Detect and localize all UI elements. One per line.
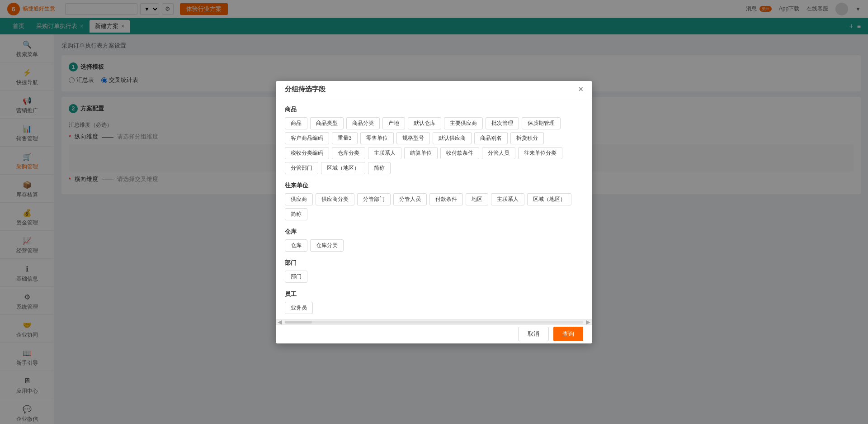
field-tag-1-3[interactable]: 分管人员	[393, 193, 427, 205]
field-tag-0-17[interactable]: 主联系人	[368, 147, 401, 159]
field-tags-3: 部门	[285, 271, 583, 283]
field-tag-0-15[interactable]: 税收分类编码	[285, 147, 329, 159]
modal-body: 商品商品商品类型商品分类产地默认仓库主要供应商批次管理保质期管理客户商品编码重量…	[276, 98, 592, 319]
field-group-0: 商品商品商品类型商品分类产地默认仓库主要供应商批次管理保质期管理客户商品编码重量…	[285, 105, 583, 174]
field-tag-0-8[interactable]: 客户商品编码	[285, 132, 329, 144]
field-group-title-4: 员工	[285, 290, 583, 298]
field-tag-1-0[interactable]: 供应商	[285, 193, 313, 205]
field-tag-0-3[interactable]: 产地	[382, 117, 405, 129]
field-tag-0-0[interactable]: 商品	[285, 117, 307, 129]
field-tag-0-4[interactable]: 默认仓库	[408, 117, 441, 129]
field-tag-1-4[interactable]: 付款条件	[429, 193, 463, 205]
field-tag-0-21[interactable]: 往来单位分类	[518, 147, 562, 159]
field-tag-0-24[interactable]: 简称	[368, 162, 391, 174]
field-tag-0-6[interactable]: 批次管理	[486, 117, 519, 129]
field-tag-1-7[interactable]: 区域（地区）	[527, 193, 571, 205]
modal-confirm-btn[interactable]: 查询	[553, 327, 583, 341]
field-group-title-2: 仓库	[285, 228, 583, 236]
field-tag-0-22[interactable]: 分管部门	[285, 162, 318, 174]
field-group-title-3: 部门	[285, 259, 583, 267]
field-tag-2-1[interactable]: 仓库分类	[310, 239, 344, 252]
field-tag-0-20[interactable]: 分管人员	[482, 147, 515, 159]
field-tag-3-0[interactable]: 部门	[285, 271, 307, 283]
field-tag-0-7[interactable]: 保质期管理	[522, 117, 561, 129]
field-tag-0-2[interactable]: 商品分类	[346, 117, 380, 129]
field-tag-2-0[interactable]: 仓库	[285, 239, 307, 252]
field-tag-4-0[interactable]: 业务员	[285, 302, 313, 314]
field-tag-0-9[interactable]: 重量3	[332, 132, 358, 144]
field-tag-0-16[interactable]: 仓库分类	[332, 147, 365, 159]
modal-header: 分组待选字段 ×	[276, 81, 592, 98]
modal-overlay: 分组待选字段 × 商品商品商品类型商品分类产地默认仓库主要供应商批次管理保质期管…	[0, 0, 868, 424]
field-tags-1: 供应商供应商分类分管部门分管人员付款条件地区主联系人区域（地区）简称	[285, 193, 583, 220]
field-tags-2: 仓库仓库分类	[285, 239, 583, 252]
field-tag-1-1[interactable]: 供应商分类	[316, 193, 354, 205]
modal-footer: 取消 查询	[276, 324, 592, 343]
field-tag-0-18[interactable]: 结算单位	[404, 147, 438, 159]
field-group-title-1: 往来单位	[285, 181, 583, 190]
field-tag-0-13[interactable]: 商品别名	[474, 132, 508, 144]
modal-close-btn[interactable]: ×	[578, 85, 583, 94]
field-tag-1-6[interactable]: 主联系人	[491, 193, 524, 205]
field-tags-4: 业务员	[285, 302, 583, 314]
scroll-x-bar	[285, 321, 312, 324]
field-tag-0-5[interactable]: 主要供应商	[444, 117, 483, 129]
field-tag-0-14[interactable]: 拆货积分	[510, 132, 544, 144]
field-group-1: 往来单位供应商供应商分类分管部门分管人员付款条件地区主联系人区域（地区）简称	[285, 181, 583, 220]
field-tag-1-2[interactable]: 分管部门	[357, 193, 391, 205]
modal-title: 分组待选字段	[285, 85, 326, 94]
field-group-3: 部门部门	[285, 259, 583, 283]
field-tag-0-10[interactable]: 零售单位	[360, 132, 394, 144]
field-tag-0-11[interactable]: 规格型号	[396, 132, 430, 144]
field-tag-0-12[interactable]: 默认供应商	[433, 132, 472, 144]
field-group-4: 员工业务员	[285, 290, 583, 314]
field-tags-0: 商品商品类型商品分类产地默认仓库主要供应商批次管理保质期管理客户商品编码重量3零…	[285, 117, 583, 174]
field-group-2: 仓库仓库仓库分类	[285, 228, 583, 252]
field-tag-1-8[interactable]: 简称	[285, 208, 307, 220]
field-group-title-0: 商品	[285, 105, 583, 114]
field-tag-0-23[interactable]: 区域（地区）	[321, 162, 365, 174]
modal-scroll-x: ◀ ▶	[276, 319, 592, 324]
modal-cancel-btn[interactable]: 取消	[518, 327, 549, 341]
field-tag-0-1[interactable]: 商品类型	[310, 117, 344, 129]
field-select-modal: 分组待选字段 × 商品商品商品类型商品分类产地默认仓库主要供应商批次管理保质期管…	[276, 81, 592, 343]
field-tag-1-5[interactable]: 地区	[466, 193, 488, 205]
field-tag-0-19[interactable]: 收付款条件	[440, 147, 479, 159]
